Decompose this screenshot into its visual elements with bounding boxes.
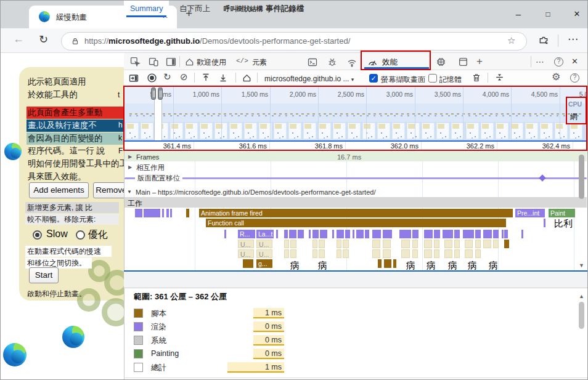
flame-block[interactable] [424, 230, 433, 238]
flame-block[interactable] [384, 259, 391, 268]
flame-block[interactable] [401, 240, 410, 248]
flame-block[interactable] [434, 230, 440, 238]
flame-block[interactable] [372, 249, 380, 258]
memory-chip-icon[interactable] [436, 57, 446, 67]
flame-block[interactable] [290, 240, 296, 248]
devtools-menu-icon[interactable]: ⋯ [536, 57, 544, 67]
flame-block[interactable] [284, 230, 288, 238]
task-bar[interactable] [125, 197, 587, 208]
selection-handle-right[interactable] [158, 87, 163, 100]
filmstrip-thumbnail[interactable] [377, 123, 390, 139]
scroll-down-icon[interactable]: ▼ [579, 262, 584, 269]
filmstrip-thumbnail[interactable] [185, 123, 198, 139]
device-emulation-icon[interactable] [149, 57, 159, 67]
flame-block[interactable] [135, 209, 142, 217]
flame-block[interactable] [243, 259, 253, 268]
flame-block[interactable] [298, 230, 304, 238]
filmstrip-thumbnail[interactable] [288, 123, 301, 139]
flame-block[interactable] [412, 240, 418, 248]
flame-scrollbar-thumb[interactable] [579, 155, 584, 199]
flame-block[interactable] [170, 209, 172, 217]
flame-block[interactable] [493, 240, 499, 248]
flame-block[interactable] [424, 240, 432, 248]
flame-block[interactable] [444, 230, 453, 238]
flame-block[interactable] [444, 240, 452, 248]
flame-block[interactable] [444, 249, 452, 258]
maximize-button[interactable]: □ [534, 4, 562, 24]
reload-button[interactable]: ↻ [39, 33, 48, 46]
devtools-help-icon[interactable]: ? [554, 57, 563, 67]
flame-block[interactable] [224, 230, 226, 238]
download-profile-icon[interactable] [218, 73, 228, 83]
filmstrip-thumbnail[interactable] [303, 123, 316, 139]
flame-block[interactable] [337, 249, 341, 258]
flame-block[interactable]: Pre...int [515, 209, 545, 217]
filmstrip-thumbnail[interactable] [333, 123, 346, 139]
flame-block[interactable]: Function call [206, 219, 506, 227]
flame-block[interactable] [337, 240, 341, 248]
expand-triangle-icon[interactable]: ▼ [127, 189, 132, 195]
interactions-label[interactable]: 相互作用 [136, 163, 165, 172]
record-icon[interactable] [147, 73, 157, 83]
filmstrip-thumbnail[interactable] [274, 123, 287, 139]
tab-performance[interactable]: 效能 [382, 57, 398, 68]
screenshots-checkbox[interactable]: ✓ [369, 74, 378, 83]
collapse-tracks-icon[interactable] [494, 72, 505, 83]
filmstrip-thumbnail[interactable] [525, 123, 538, 139]
issues-bug-icon[interactable] [327, 57, 337, 67]
extensions-puzzle-icon[interactable] [538, 34, 549, 46]
flame-block[interactable] [544, 219, 545, 227]
flame-block[interactable] [434, 240, 439, 248]
browser-menu-icon[interactable]: ⋯ [568, 33, 578, 46]
filmstrip-thumbnail[interactable] [555, 123, 568, 139]
origin-dropdown[interactable]: microsoftedge.github.io ... ▾ [264, 75, 354, 83]
flame-block[interactable] [284, 249, 289, 258]
filmstrip-thumbnail[interactable] [436, 123, 449, 139]
flame-block[interactable] [401, 230, 411, 238]
filmstrip-thumbnail[interactable] [362, 123, 375, 139]
flame-block[interactable] [465, 240, 473, 248]
scroll-up-icon[interactable]: ▲ [579, 293, 584, 299]
filmstrip-thumbnail[interactable] [422, 123, 435, 139]
filmstrip-thumbnail[interactable] [496, 123, 508, 139]
flame-block[interactable] [483, 230, 492, 238]
flame-block[interactable] [475, 249, 481, 258]
trash-icon[interactable] [472, 73, 481, 83]
flame-block[interactable] [424, 249, 432, 258]
flame-block[interactable] [454, 240, 460, 248]
flame-block[interactable] [144, 209, 160, 217]
filmstrip-thumbnail[interactable] [466, 123, 479, 139]
layout-shifts-label[interactable]: 版面配置移位 [135, 174, 182, 183]
flame-chart[interactable]: Animation frame firedPre...intPaintFunct… [125, 208, 587, 270]
flame-block[interactable] [465, 230, 474, 238]
filmstrip-thumbnail[interactable] [141, 123, 153, 139]
filmstrip[interactable] [125, 122, 587, 140]
tab-event-log[interactable]: 事件記錄檔 [259, 1, 311, 17]
flame-block[interactable] [162, 209, 164, 217]
flame-block[interactable] [504, 240, 509, 248]
flame-block[interactable] [166, 209, 169, 217]
flame-block[interactable] [412, 249, 418, 258]
back-button[interactable]: ← [13, 33, 24, 46]
flame-block[interactable] [434, 249, 439, 258]
network-wifi-icon[interactable] [347, 58, 357, 68]
perf-help-icon[interactable]: ? [570, 73, 579, 83]
flame-block[interactable] [372, 240, 380, 248]
devtools-close-icon[interactable]: ✕ [571, 57, 578, 66]
upload-profile-icon[interactable] [201, 73, 211, 83]
tab-elements[interactable]: 元素 [252, 57, 267, 68]
collapse-triangle-icon[interactable]: ▶ [128, 154, 132, 160]
filmstrip-thumbnail[interactable] [510, 123, 523, 139]
flame-block[interactable]: U... [238, 249, 254, 258]
collapse-triangle-icon[interactable]: ▶ [128, 164, 132, 170]
flame-block[interactable] [337, 230, 344, 238]
flame-block[interactable] [356, 230, 364, 238]
flame-block[interactable] [353, 230, 354, 238]
flame-block[interactable] [319, 249, 325, 258]
close-button[interactable]: ✕ [563, 4, 588, 24]
flame-block[interactable] [343, 240, 349, 248]
filmstrip-thumbnail[interactable] [481, 123, 494, 139]
filmstrip-thumbnail[interactable] [451, 123, 464, 139]
flame-block[interactable] [319, 240, 325, 248]
filmstrip-thumbnail[interactable] [170, 123, 183, 139]
